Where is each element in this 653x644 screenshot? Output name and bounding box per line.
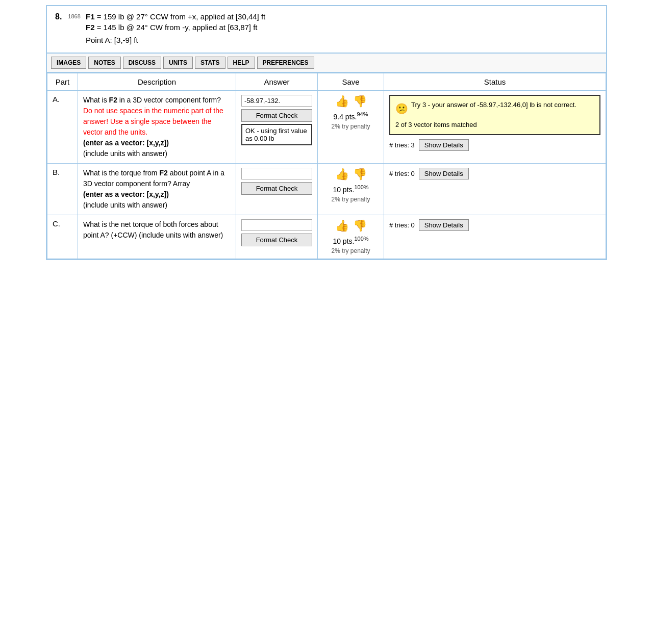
f2-bold-a: F2 xyxy=(109,96,117,104)
header-answer: Answer xyxy=(236,73,318,91)
pts-a: 9.4 pts.94% xyxy=(323,111,379,121)
table-row: A. What is F2 in a 3D vector component f… xyxy=(47,91,606,164)
status-box-a: 😕 Try 3 - your answer of -58.97,-132.46,… xyxy=(389,95,600,135)
penalty-c: 2% try penalty xyxy=(323,247,379,254)
penalty-b: 2% try penalty xyxy=(323,196,379,203)
problem-line3: Point A: [3,-9] ft xyxy=(86,36,598,44)
thumbs-down-a[interactable]: 👎 xyxy=(353,95,367,108)
problem-header: 8. 1868 F1 = 159 lb @ 27° CCW from +x, a… xyxy=(47,6,606,54)
tries-count-b: # tries: 0 xyxy=(389,170,415,177)
smiley-icon-a: 😕 xyxy=(395,101,408,116)
header-status: Status xyxy=(384,73,606,91)
main-table: Part Description Answer Save Status A. W… xyxy=(47,73,606,259)
preferences-button[interactable]: PREFERENCES xyxy=(257,57,314,69)
part-c-status-cell: # tries: 0 Show Details xyxy=(384,215,606,259)
penalty-a: 2% try penalty xyxy=(323,123,379,130)
pts-super-b: 100% xyxy=(354,184,368,190)
thumbs-up-a[interactable]: 👍 xyxy=(335,95,349,108)
part-c-text: What is the net torque of both forces ab… xyxy=(83,220,223,239)
show-details-button-b[interactable]: Show Details xyxy=(419,168,469,179)
stats-button[interactable]: STATS xyxy=(195,57,225,69)
answer-input-b[interactable] xyxy=(241,168,312,179)
units-button[interactable]: UNITS xyxy=(163,57,193,69)
part-b-description: What is the torque from F2 about point A… xyxy=(78,164,236,215)
table-row: C. What is the net torque of both forces… xyxy=(47,215,606,259)
problem-text: F1 = 159 lb @ 27° CCW from +x, applied a… xyxy=(86,12,598,44)
part-a-save-cell: 👍 👎 9.4 pts.94% 2% try penalty xyxy=(318,91,384,164)
tries-row-b: # tries: 0 Show Details xyxy=(389,168,600,179)
thumbs-up-b[interactable]: 👍 xyxy=(335,168,349,181)
main-container: 8. 1868 F1 = 159 lb @ 27° CCW from +x, a… xyxy=(46,5,607,260)
table-row: B. What is the torque from F2 about poin… xyxy=(47,164,606,215)
tries-count-c: # tries: 0 xyxy=(389,221,415,229)
part-b-status-cell: # tries: 0 Show Details xyxy=(384,164,606,215)
answer-input-a[interactable] xyxy=(241,95,312,107)
units-note-b: (include units with answer) xyxy=(83,201,167,209)
part-a-description: What is F2 in a 3D vector component form… xyxy=(78,91,236,164)
format-check-button-b[interactable]: Format Check xyxy=(241,182,312,195)
problem-line2: F2 = 145 lb @ 24° CW from -y, applied at… xyxy=(86,23,598,32)
thumbs-row-b: 👍 👎 xyxy=(323,168,379,181)
thumbs-row-a: 👍 👎 xyxy=(323,95,379,108)
part-b-answer-cell: Format Check xyxy=(236,164,318,215)
thumbs-up-c[interactable]: 👍 xyxy=(335,219,349,233)
images-button[interactable]: IMAGES xyxy=(51,57,86,69)
tries-row-a: # tries: 3 Show Details xyxy=(389,139,600,151)
thumbs-row-c: 👍 👎 xyxy=(323,219,379,233)
help-button[interactable]: HELP xyxy=(228,57,255,69)
pts-super-c: 100% xyxy=(354,236,368,242)
part-c-description: What is the net torque of both forces ab… xyxy=(78,215,236,259)
part-c-answer-cell: Format Check xyxy=(236,215,318,259)
part-b-save-cell: 👍 👎 10 pts.100% 2% try penalty xyxy=(318,164,384,215)
header-save: Save xyxy=(318,73,384,91)
vector-format-a: (enter as a vector: [x,y,z]) xyxy=(83,139,169,147)
part-a-label: A. xyxy=(47,91,78,164)
part-c-save-cell: 👍 👎 10 pts.100% 2% try penalty xyxy=(318,215,384,259)
header-description: Description xyxy=(78,73,236,91)
problem-number: 8. xyxy=(55,12,62,21)
part-b-label: B. xyxy=(47,164,78,215)
tries-row-c: # tries: 0 Show Details xyxy=(389,219,600,231)
units-note-a: (include units with answer) xyxy=(83,149,167,158)
part-a-status-cell: 😕 Try 3 - your answer of -58.97,-132.46,… xyxy=(384,91,606,164)
format-check-button-c[interactable]: Format Check xyxy=(241,234,312,246)
answer-input-c[interactable] xyxy=(241,219,312,231)
vector-format-b: (enter as a vector: [x,y,z]) xyxy=(83,190,169,198)
show-details-button-c[interactable]: Show Details xyxy=(419,219,469,231)
part-a-answer-cell: Format Check OK - using first value as 0… xyxy=(236,91,318,164)
toolbar: IMAGES NOTES DISCUSS UNITS STATS HELP PR… xyxy=(47,54,606,73)
notes-button[interactable]: NOTES xyxy=(88,57,120,69)
tries-count-a: # tries: 3 xyxy=(389,141,415,149)
problem-id: 1868 xyxy=(68,13,80,19)
thumbs-down-c[interactable]: 👎 xyxy=(353,219,367,233)
red-warning-a: Do not use spaces in the numeric part of… xyxy=(83,107,223,136)
pts-b: 10 pts.100% xyxy=(323,184,379,194)
format-result-a: OK - using first value as 0.00 lb xyxy=(241,124,312,145)
f2-bold-b: F2 xyxy=(159,169,167,177)
format-check-button-a[interactable]: Format Check xyxy=(241,109,312,122)
pts-c: 10 pts.100% xyxy=(323,236,379,245)
header-part: Part xyxy=(47,73,78,91)
problem-line1: F1 = 159 lb @ 27° CCW from +x, applied a… xyxy=(86,12,598,21)
discuss-button[interactable]: DISCUSS xyxy=(123,57,161,69)
status-text-a: Try 3 - your answer of -58.97,-132.46,0]… xyxy=(395,101,576,128)
show-details-button-a[interactable]: Show Details xyxy=(419,139,469,151)
pts-super-a: 94% xyxy=(357,111,368,117)
thumbs-down-b[interactable]: 👎 xyxy=(353,168,367,181)
part-c-label: C. xyxy=(47,215,78,259)
